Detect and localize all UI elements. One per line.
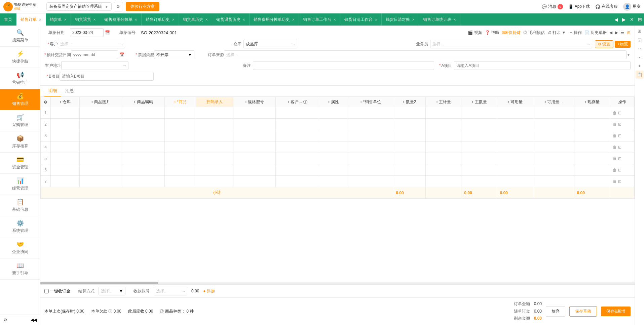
close-icon[interactable]: ✕ bbox=[375, 18, 377, 22]
help-btn[interactable]: ❓ 帮助 bbox=[485, 30, 499, 36]
close-icon[interactable]: ✕ bbox=[333, 18, 336, 22]
delivery-input[interactable] bbox=[71, 50, 118, 59]
tab-order-history[interactable]: 销售订单历史 ✕ bbox=[142, 13, 179, 26]
delete-icon[interactable]: 🗑 bbox=[613, 145, 617, 150]
cell-spec[interactable] bbox=[233, 107, 276, 119]
col-main-qty[interactable]: ↕ 主数量 bbox=[461, 97, 497, 107]
warehouse-input[interactable]: 成品库 ··· bbox=[243, 40, 297, 48]
add-button[interactable]: ● 添加 bbox=[203, 288, 215, 294]
calendar-icon[interactable]: 📅 bbox=[105, 30, 110, 35]
col-qty2[interactable]: ↕ 数量2 bbox=[393, 97, 426, 107]
tab-sales-goods[interactable]: 销货单 ✕ bbox=[46, 13, 71, 26]
nav-prev-icon[interactable]: ◀ bbox=[609, 30, 612, 35]
tab-expense-history[interactable]: 销售费用分摊单历史 ✕ bbox=[250, 13, 299, 26]
sidebar-item-system[interactable]: ⚙️ 系统管理 bbox=[0, 216, 40, 237]
close-icon[interactable]: ✕ bbox=[64, 18, 67, 22]
tab-cash-workbench[interactable]: 钱货日清工作台 ✕ bbox=[340, 13, 382, 26]
cell-attr[interactable] bbox=[319, 107, 348, 119]
print-btn[interactable]: 🖨 打印 ▼ bbox=[547, 30, 566, 36]
sidebar-item-quicknav[interactable]: ⚡ 快捷导航 bbox=[0, 47, 40, 68]
copy-icon[interactable]: ⊡ bbox=[618, 145, 621, 150]
tab-order-workbench[interactable]: 销售订单工作台 ✕ bbox=[299, 13, 340, 26]
cell-qty2[interactable] bbox=[393, 107, 426, 119]
sidebar-item-search[interactable]: 🔍 搜索菜单 bbox=[0, 26, 40, 47]
right-panel-btn-3[interactable]: ↔ bbox=[636, 44, 644, 52]
right-panel-btn-2[interactable]: ◱ bbox=[636, 36, 644, 44]
right-panel-btn-5[interactable]: ✦ bbox=[636, 62, 644, 70]
account-input[interactable]: 选择... ··· bbox=[154, 287, 187, 295]
operation-btn[interactable]: ⋯ 操作 bbox=[568, 30, 581, 36]
discard-button[interactable]: 放弃 bbox=[546, 306, 565, 317]
delete-icon[interactable]: 🗑 bbox=[613, 179, 617, 184]
tab-next-button[interactable]: ▶ bbox=[620, 17, 628, 22]
payment-method-select[interactable]: 选择... ▼ bbox=[99, 287, 125, 295]
tab-sales-order[interactable]: 销售订单 ✕ bbox=[16, 13, 46, 26]
quick-pay-checkbox[interactable]: 一键收订金 bbox=[44, 288, 70, 294]
cell-main-qty[interactable] bbox=[461, 107, 497, 119]
cell-customer-code[interactable] bbox=[276, 107, 319, 119]
tab-home[interactable]: 首页 bbox=[0, 13, 16, 26]
sidebar-item-sales[interactable]: 💰 销售管理 bbox=[0, 89, 40, 110]
save-new-button[interactable]: 保存&新增 bbox=[601, 307, 631, 316]
close-icon[interactable]: ✕ bbox=[205, 18, 208, 22]
cell-avail2[interactable] bbox=[533, 107, 574, 119]
system-selector[interactable]: 装备及固定资产辅助管理系统 ▼ bbox=[46, 2, 112, 11]
sidebar-item-basic[interactable]: 📋 基础信息 bbox=[0, 195, 40, 216]
history-btn[interactable]: 📄 历史单据 bbox=[584, 30, 607, 36]
sidebar-item-purchase[interactable]: 🛒 采购管理 bbox=[0, 110, 40, 131]
cell-warehouse[interactable] bbox=[51, 107, 80, 119]
tab-prev-button[interactable]: ◀ bbox=[612, 17, 620, 22]
b-project-input[interactable] bbox=[60, 72, 154, 81]
copy-icon[interactable]: ⊡ bbox=[618, 168, 621, 172]
col-warehouse[interactable]: ↕ 仓库 bbox=[51, 97, 80, 107]
sidebar-item-marketing[interactable]: 📢 营销推广 bbox=[0, 68, 40, 89]
close-icon[interactable]: ✕ bbox=[453, 18, 456, 22]
remark-input[interactable] bbox=[253, 61, 434, 70]
col-scan[interactable]: 扫码录入 bbox=[196, 97, 233, 107]
right-panel-btn-4[interactable]: ⋯ bbox=[636, 53, 644, 61]
right-panel-btn-1[interactable]: ⊞ bbox=[636, 27, 644, 35]
col-customer-code[interactable]: ↕ 客户... ⓘ bbox=[276, 97, 319, 107]
close-icon[interactable]: ✕ bbox=[292, 18, 295, 22]
sidebar-item-inventory[interactable]: 📦 库存核算 bbox=[0, 131, 40, 153]
col-code[interactable]: ↕ 商品编码 bbox=[122, 97, 165, 107]
sidebar-settings-icon[interactable]: ⚙ bbox=[3, 318, 7, 322]
close-icon[interactable]: ✕ bbox=[172, 18, 175, 22]
cell-image[interactable] bbox=[79, 107, 122, 119]
message-button[interactable]: 💬 消息 9 bbox=[542, 4, 563, 9]
close-icon[interactable]: ✕ bbox=[135, 18, 137, 22]
delete-icon[interactable]: 🗑 bbox=[613, 156, 617, 161]
col-stock[interactable]: ↕ 现存量 bbox=[574, 97, 610, 107]
add-logistics-button[interactable]: +物流 bbox=[615, 41, 631, 48]
calendar-icon[interactable]: 📅 bbox=[119, 52, 124, 57]
col-avail[interactable]: ↕ 可用量 bbox=[497, 97, 533, 107]
cell-product[interactable] bbox=[164, 107, 196, 119]
close-icon[interactable]: ✕ bbox=[412, 18, 415, 22]
tab-close-all-button[interactable]: ✕ bbox=[628, 17, 636, 22]
staff-input[interactable]: 选择... ··· bbox=[430, 40, 592, 48]
industry-button[interactable]: 体验行业方案 bbox=[126, 2, 159, 11]
col-attr[interactable]: ↕ 属性 bbox=[319, 97, 348, 107]
col-main-unit[interactable]: ↕ 主计量 bbox=[426, 97, 461, 107]
sidebar-item-operation[interactable]: 📊 经营管理 bbox=[0, 174, 40, 195]
list-view-icon[interactable]: ☰ bbox=[621, 30, 624, 35]
address-input[interactable]: ··· bbox=[61, 61, 128, 70]
right-panel-btn-6[interactable]: 📋 bbox=[636, 71, 644, 79]
date-input[interactable] bbox=[70, 28, 104, 37]
cell-main-unit[interactable] bbox=[426, 107, 461, 119]
save-draft-button[interactable]: 保存草稿 bbox=[569, 306, 597, 317]
quick-pay-input[interactable] bbox=[44, 289, 49, 293]
debt-info-icon[interactable]: ⓘ bbox=[108, 309, 112, 314]
copy-icon[interactable]: ⊡ bbox=[618, 122, 621, 127]
delete-icon[interactable]: 🗑 bbox=[613, 133, 617, 138]
user-area[interactable]: 👤 用友 bbox=[623, 3, 641, 11]
copy-icon[interactable]: ⊡ bbox=[618, 179, 621, 184]
settings-icon[interactable]: ⚙ bbox=[114, 2, 123, 11]
tab-expense-split[interactable]: 销售费用分摊单 ✕ bbox=[100, 13, 142, 26]
cell-code[interactable] bbox=[122, 107, 165, 119]
copy-icon[interactable]: ⊡ bbox=[618, 133, 621, 138]
delete-icon[interactable]: 🗑 bbox=[613, 122, 617, 127]
cell-avail[interactable] bbox=[497, 107, 533, 119]
delete-icon[interactable]: 🗑 bbox=[613, 168, 617, 172]
tab-detail[interactable]: 明细 bbox=[44, 86, 61, 96]
